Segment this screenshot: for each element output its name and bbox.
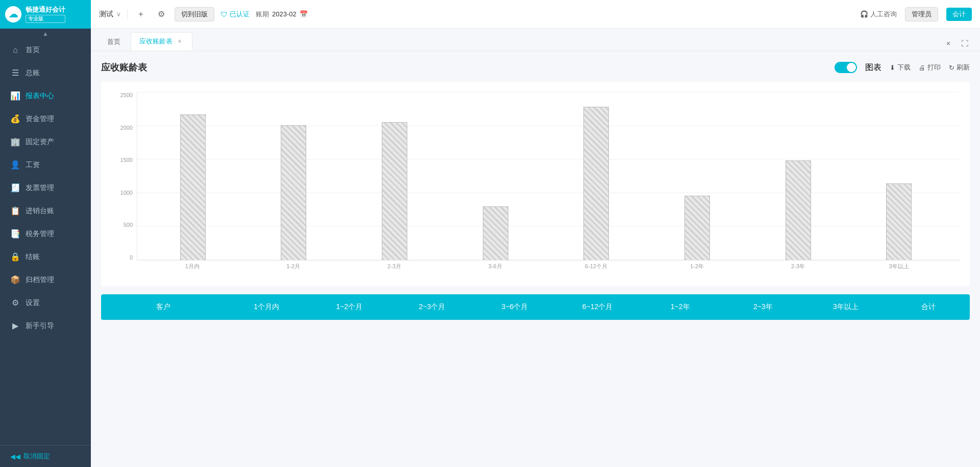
sidebar-item-guide[interactable]: ▶新手引导 [0,314,91,337]
y-label: 2000 [111,125,137,131]
topbar-divider-1 [127,9,128,19]
cancel-pin-icon: ◀◀ [10,453,20,460]
scroll-up-indicator[interactable]: ▲ [0,29,91,39]
main-content: 测试 ∨ + ⚙ 切到旧版 🛡 已认证 账期 2023-02 📅 🎧 人工咨询 … [91,0,980,467]
table-column-header: 3年以上 [804,294,887,320]
bar [281,125,306,260]
home-icon: ⌂ [10,45,20,55]
chart-toggle[interactable] [835,62,857,73]
project-chevron-icon: ∨ [116,11,121,18]
x-label: 3-6月 [482,261,508,270]
bar [583,107,609,260]
table-column-header: 2~3个月 [390,294,473,320]
expand-window-button[interactable]: ⛶ [958,36,972,51]
refresh-button[interactable]: ↻ 刷新 [949,63,970,72]
sidebar-item-tax[interactable]: 📑税务管理 [0,222,91,245]
refresh-icon: ↻ [949,64,954,72]
download-button[interactable]: ⬇ 下载 [890,63,911,72]
ledger-icon: ☰ [10,68,20,78]
sidebar-item-archive[interactable]: 📦归档管理 [0,268,91,291]
x-label: 2-3月 [381,261,407,270]
add-button[interactable]: + [134,7,148,21]
table-column-header: 1~2个月 [308,294,390,320]
role-button[interactable]: 会计 [946,8,972,21]
invoice-icon: 🧾 [10,183,20,193]
project-name: 测试 [99,10,113,19]
sidebar-nav: ⌂首页☰总账📊报表中心💰资金管理🏢固定资产👤工资🧾发票管理📋进销台账📑税务管理🔒… [0,39,91,445]
headset-icon: 🎧 [860,10,868,18]
chart-toggle-label: 图表 [865,62,881,73]
y-axis: 05001000150020002500 [111,92,137,261]
table-column-header: 合计 [887,294,970,320]
sidebar-item-closing[interactable]: 🔒结账 [0,245,91,268]
settings-icon: ⚙ [10,298,20,308]
calendar-icon[interactable]: 📅 [300,10,308,18]
sidebar-item-reports[interactable]: 📊报表中心 [0,84,91,107]
bar [886,183,912,260]
tax-icon: 📑 [10,229,20,239]
bar [483,206,508,260]
page-content: 应收账龄表 图表 ⬇ 下载 🖨 打印 ↻ 刷新 [91,51,980,467]
payroll-icon: 👤 [10,160,20,170]
capital-icon: 💰 [10,114,20,124]
bar [382,122,407,260]
bar [684,196,710,260]
x-label: 6-12个月 [583,261,609,270]
print-button[interactable]: 🖨 打印 [919,63,941,72]
bars-container [137,92,960,260]
table-column-header: 3~6个月 [473,294,556,320]
x-label: 1月内 [180,261,205,270]
sidebar-item-assets[interactable]: 🏢固定资产 [0,130,91,153]
sidebar-item-capital[interactable]: 💰资金管理 [0,107,91,130]
y-label: 0 [111,254,137,261]
x-label: 1-2月 [281,261,306,270]
x-label: 2-3年 [785,261,811,270]
close-window-button[interactable]: × [941,36,955,51]
sales-icon: 📋 [10,206,20,216]
sidebar-item-home[interactable]: ⌂首页 [0,39,91,61]
table-column-header: 1个月内 [225,294,308,320]
old-version-button[interactable]: 切到旧版 [175,7,214,21]
user-button[interactable]: 管理员 [905,7,938,21]
bar-group [382,92,407,260]
sidebar-item-payroll[interactable]: 👤工资 [0,153,91,176]
table-column-header: 2~3年 [722,294,804,320]
assets-icon: 🏢 [10,137,20,147]
tab-window-actions: × ⛶ [941,36,972,51]
sidebar: ☁ 畅捷通好会计 专业版 ▲ ⌂首页☰总账📊报表中心💰资金管理🏢固定资产👤工资🧾… [0,0,91,467]
bar-group [583,92,609,260]
bar-group [786,92,811,260]
tab-aging-report[interactable]: 应收账龄表 × [131,32,192,51]
sidebar-item-sales[interactable]: 📋进销台账 [0,199,91,222]
chart-inner [137,92,960,261]
bar [180,114,206,260]
sidebar-item-ledger[interactable]: ☰总账 [0,61,91,84]
reports-icon: 📊 [10,91,20,101]
period-info: 账期 2023-02 📅 [256,10,308,19]
print-icon: 🖨 [919,64,925,72]
download-icon: ⬇ [890,64,895,72]
table-header: 客户1个月内1~2个月2~3个月3~6个月6~12个月1~2年2~3年3年以上合… [101,294,970,320]
project-selector[interactable]: 测试 ∨ [99,10,121,19]
page-actions: 图表 ⬇ 下载 🖨 打印 ↻ 刷新 [835,62,970,73]
tab-home[interactable]: 首页 [99,33,129,51]
table-container: 客户1个月内1~2个月2~3个月3~6个月6~12个月1~2年2~3年3年以上合… [101,294,970,320]
bar [786,160,811,260]
cancel-pin-button[interactable]: ◀◀ 取消固定 [0,445,91,467]
close-tab-icon[interactable]: × [176,37,184,45]
chart-container: 05001000150020002500 1月内1-2月2-3月3-6月6-12… [111,92,960,276]
guide-icon: ▶ [10,321,20,331]
table-column-header: 1~2年 [639,294,722,320]
app-logo: ☁ 畅捷通好会计 专业版 [0,0,91,29]
certified-badge: 🛡 已认证 [220,10,250,19]
settings-button[interactable]: ⚙ [154,7,168,21]
y-label: 500 [111,222,137,228]
sidebar-item-invoice[interactable]: 🧾发票管理 [0,176,91,199]
sidebar-item-settings[interactable]: ⚙设置 [0,291,91,314]
y-label: 1000 [111,190,137,196]
y-label: 2500 [111,92,137,98]
support-button[interactable]: 🎧 人工咨询 [860,10,897,19]
logo-text: 畅捷通好会计 专业版 [26,6,65,23]
table-column-header: 客户 [101,294,225,320]
shield-icon: 🛡 [220,10,228,18]
